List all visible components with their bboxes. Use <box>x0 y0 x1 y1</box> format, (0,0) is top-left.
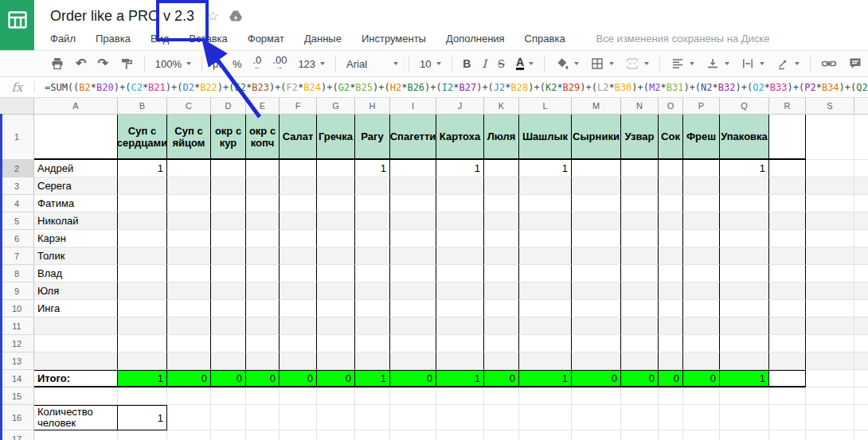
cell-R5[interactable] <box>769 212 806 230</box>
cell-K3[interactable] <box>484 177 519 195</box>
cell-A6[interactable]: Карэн <box>34 230 118 247</box>
cell-D11[interactable] <box>211 317 246 335</box>
cell-S9[interactable] <box>806 282 854 300</box>
cell-G5[interactable] <box>317 212 355 230</box>
cell-M14[interactable]: 0 <box>572 370 621 387</box>
cell-H8[interactable] <box>355 265 390 282</box>
cell-H4[interactable] <box>355 195 390 212</box>
cell-S6[interactable] <box>806 230 854 247</box>
cell-G6[interactable] <box>317 230 355 247</box>
cell-F5[interactable] <box>280 212 317 230</box>
text-color-button[interactable]: A <box>512 55 538 72</box>
cell-Q1[interactable]: Упаковка <box>720 115 769 160</box>
cell-H16[interactable] <box>355 405 390 430</box>
menu-item-file[interactable]: Файл <box>50 33 76 45</box>
cell-G3[interactable] <box>317 177 355 195</box>
cell-D8[interactable] <box>211 265 246 282</box>
cell-T5[interactable] <box>854 212 868 230</box>
document-title[interactable]: Order like a PRO v 2.3 <box>50 8 194 25</box>
cell-J13[interactable] <box>436 352 484 370</box>
cell-Q10[interactable] <box>720 300 769 317</box>
cell-S13[interactable] <box>806 352 854 370</box>
cell-G4[interactable] <box>317 195 355 212</box>
cell-H12[interactable] <box>355 335 390 352</box>
fill-color-button[interactable] <box>551 54 583 73</box>
cell-Q6[interactable] <box>720 230 769 247</box>
cell-O10[interactable] <box>659 300 683 317</box>
merge-cells-button[interactable] <box>621 54 653 73</box>
cell-F7[interactable] <box>280 247 317 265</box>
cell-K12[interactable] <box>484 335 519 352</box>
cell-D4[interactable] <box>211 195 246 212</box>
cell-O6[interactable] <box>659 230 683 247</box>
cell-D14[interactable]: 0 <box>211 370 246 387</box>
cell-B14[interactable]: 1 <box>118 370 167 387</box>
cell-B5[interactable] <box>118 212 167 230</box>
cell-A5[interactable]: Николай <box>34 212 118 230</box>
cell-A3[interactable]: Серега <box>34 177 118 195</box>
cell-D10[interactable] <box>211 300 246 317</box>
cell-C15[interactable] <box>167 387 211 405</box>
cell-G12[interactable] <box>317 335 355 352</box>
insert-comment-button[interactable] <box>844 54 866 73</box>
cell-I12[interactable] <box>390 335 436 352</box>
menu-item-format[interactable]: Формат <box>248 33 284 45</box>
cell-R15[interactable] <box>769 387 806 405</box>
cell-O8[interactable] <box>659 265 683 282</box>
bold-button[interactable]: B <box>459 55 475 72</box>
cell-M6[interactable] <box>572 230 621 247</box>
cell-E10[interactable] <box>246 300 280 317</box>
cell-J10[interactable] <box>436 300 484 317</box>
cell-F17[interactable] <box>280 430 317 440</box>
cell-M12[interactable] <box>572 335 621 352</box>
add-to-drive-icon[interactable] <box>229 10 243 22</box>
cell-F3[interactable] <box>280 177 317 195</box>
text-rotation-button[interactable] <box>772 54 803 73</box>
cell-J6[interactable] <box>436 230 484 247</box>
column-header-B[interactable]: B <box>118 98 167 115</box>
cell-A9[interactable]: Юля <box>34 282 118 300</box>
cell-O4[interactable] <box>659 195 683 212</box>
cell-A14[interactable]: Итого: <box>34 370 118 387</box>
column-header-N[interactable]: N <box>621 98 659 115</box>
menu-item-data[interactable]: Данные <box>304 33 342 45</box>
cell-H15[interactable] <box>355 387 390 405</box>
cell-I7[interactable] <box>390 247 436 265</box>
cell-C13[interactable] <box>167 352 211 370</box>
cell-P4[interactable] <box>683 195 720 212</box>
cell-I11[interactable] <box>390 317 436 335</box>
cell-T12[interactable] <box>854 335 868 352</box>
row-header-13[interactable]: 13 <box>0 352 34 370</box>
row-header-1[interactable]: 1 <box>0 115 34 160</box>
cell-K1[interactable]: Люля <box>484 115 519 160</box>
cell-R10[interactable] <box>769 300 806 317</box>
row-header-17[interactable]: 17 <box>0 430 34 440</box>
cell-F16[interactable] <box>280 405 317 430</box>
cell-J7[interactable] <box>436 247 484 265</box>
cell-T13[interactable] <box>854 352 868 370</box>
cell-H13[interactable] <box>355 352 390 370</box>
cell-O1[interactable]: Сок <box>659 115 683 160</box>
cell-B11[interactable] <box>118 317 167 335</box>
cell-E12[interactable] <box>246 335 280 352</box>
cell-Q5[interactable] <box>720 212 769 230</box>
cell-P3[interactable] <box>683 177 720 195</box>
cell-P13[interactable] <box>683 352 720 370</box>
column-header-O[interactable]: O <box>659 98 683 115</box>
cell-R8[interactable] <box>769 265 806 282</box>
cell-B2[interactable]: 1 <box>118 160 167 177</box>
cell-M1[interactable]: Сырники <box>572 115 621 160</box>
star-icon[interactable]: ☆ <box>207 8 219 25</box>
cell-T7[interactable] <box>854 247 868 265</box>
cell-H14[interactable]: 1 <box>355 370 390 387</box>
row-header-11[interactable]: 11 <box>0 317 34 335</box>
cell-C16[interactable] <box>167 405 211 430</box>
cell-G1[interactable]: Гречка <box>317 115 355 160</box>
cell-L17[interactable] <box>519 430 572 440</box>
cell-R12[interactable] <box>769 335 806 352</box>
column-header-J[interactable]: J <box>436 98 484 115</box>
row-header-14[interactable]: 14 <box>0 370 34 387</box>
cell-E7[interactable] <box>246 247 280 265</box>
undo-button[interactable]: ↶ <box>72 55 90 72</box>
cell-O2[interactable] <box>659 160 683 177</box>
